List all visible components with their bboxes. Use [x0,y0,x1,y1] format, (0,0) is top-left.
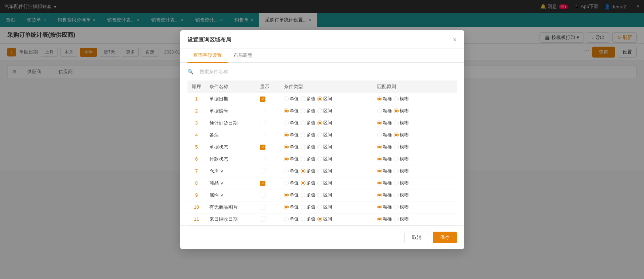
row-condition-type: 单值多值区间 [280,141,374,153]
radio-circle [377,133,382,137]
table-row: 7仓库 ∨单值多值区间精确模糊 [187,165,457,170]
condition-type-range[interactable]: 区间 [317,168,332,170]
radio-circle [301,145,305,149]
row-condition-type: 单值多值区间 [280,93,374,105]
row-display-cell [256,105,280,117]
radio-circle [284,157,289,161]
col-match: 匹配原则 [374,80,457,93]
condition-type-range[interactable]: 区间 [317,96,332,102]
radio-circle [284,97,289,101]
modal-title: 设置查询区域布局 [187,36,231,48]
modal-table: 顺序 条件名称 显示 条件类型 匹配原则 1单据日期✓单值多值区间精确模糊2单据… [180,80,464,170]
condition-type-range[interactable]: 区间 [317,120,332,126]
condition-type-single[interactable]: 单值 [284,156,299,162]
row-order: 6 [187,153,206,165]
radio-circle [317,133,322,137]
match-fuzzy[interactable]: 模糊 [394,144,408,150]
row-display-cell [256,153,280,165]
condition-type-multi[interactable]: 多值 [301,156,315,162]
radio-circle [394,133,399,137]
display-checkbox[interactable] [260,108,265,113]
condition-type-multi[interactable]: 多值 [301,108,315,114]
radio-circle [394,97,399,101]
row-match: 精确模糊 [374,153,457,165]
row-name: 单据日期 [206,93,257,105]
match-fuzzy[interactable]: 模糊 [394,120,408,126]
table-row: 4备注单值多值区间精确模糊 [187,129,457,141]
radio-circle [317,169,322,170]
match-fuzzy[interactable]: 模糊 [394,132,408,138]
radio-circle [317,145,322,149]
display-checkbox[interactable]: ✓ [260,97,265,102]
row-condition-type: 单值多值区间 [280,165,374,170]
modal-header: 设置查询区域布局 × [180,30,464,48]
row-name: 预计到货日期 [206,117,257,129]
condition-type-range[interactable]: 区间 [317,132,332,138]
condition-type-single[interactable]: 单值 [284,132,299,138]
match-exact[interactable]: 精确 [377,96,392,102]
radio-circle [301,157,305,161]
modal-tab-query-fields[interactable]: 查询字段设置 [187,48,228,63]
condition-type-multi[interactable]: 多值 [301,168,315,170]
radio-circle [394,145,399,149]
row-display-cell [256,117,280,129]
row-name: 单据状态 [206,141,257,153]
condition-type-single[interactable]: 单值 [284,96,299,102]
match-exact[interactable]: 精确 [377,168,392,170]
modal-search-area: 🔍 [180,63,464,80]
condition-type-single[interactable]: 单值 [284,168,299,170]
condition-type-multi[interactable]: 多值 [301,120,315,126]
radio-circle [301,121,305,125]
radio-circle [317,121,322,125]
radio-circle [377,121,382,125]
display-checkbox[interactable]: ✓ [260,145,265,150]
radio-circle [301,109,305,113]
match-fuzzy[interactable]: 模糊 [394,156,408,162]
row-display-cell: ✓ [256,141,280,153]
match-fuzzy[interactable]: 模糊 [394,108,408,114]
modal-tab-layout[interactable]: 布局调整 [228,48,258,63]
search-input[interactable] [197,67,262,76]
radio-circle [394,121,399,125]
match-exact[interactable]: 精确 [377,108,392,114]
modal-tabs: 查询字段设置 布局调整 [180,48,464,63]
display-checkbox[interactable] [260,156,265,161]
row-match: 精确模糊 [374,141,457,153]
modal-dialog: 设置查询区域布局 × 查询字段设置 布局调整 🔍 顺序 条件名称 [180,30,464,170]
modal-close-btn[interactable]: × [453,36,457,48]
radio-circle [284,169,289,170]
row-name: 备注 [206,129,257,141]
col-display: 显示 [256,80,280,93]
row-display-cell: ✓ [256,93,280,105]
match-exact[interactable]: 精确 [377,156,392,162]
match-exact[interactable]: 精确 [377,120,392,126]
condition-type-single[interactable]: 单值 [284,108,299,114]
condition-type-multi[interactable]: 多值 [301,96,315,102]
row-match: 精确模糊 [374,93,457,105]
row-order: 1 [187,93,206,105]
match-exact[interactable]: 精确 [377,132,392,138]
condition-type-range[interactable]: 区间 [317,144,332,150]
row-name: 付款状态 [206,153,257,165]
radio-circle [317,97,322,101]
condition-type-range[interactable]: 区间 [317,156,332,162]
display-checkbox[interactable] [260,168,265,170]
condition-type-multi[interactable]: 多值 [301,132,315,138]
row-match: 精确模糊 [374,117,457,129]
match-fuzzy[interactable]: 模糊 [394,168,408,170]
condition-type-multi[interactable]: 多值 [301,144,315,150]
match-fuzzy[interactable]: 模糊 [394,96,408,102]
row-condition-type: 单值多值区间 [280,129,374,141]
col-name: 条件名称 [206,80,257,93]
col-condition-type: 条件类型 [280,80,374,93]
condition-type-range[interactable]: 区间 [317,108,332,114]
condition-type-single[interactable]: 单值 [284,144,299,150]
radio-circle [284,145,289,149]
col-order: 顺序 [187,80,206,93]
display-checkbox[interactable] [260,120,265,125]
row-display-cell [256,165,280,170]
condition-type-single[interactable]: 单值 [284,120,299,126]
display-checkbox[interactable] [260,132,265,137]
radio-circle [284,109,289,113]
match-exact[interactable]: 精确 [377,144,392,150]
